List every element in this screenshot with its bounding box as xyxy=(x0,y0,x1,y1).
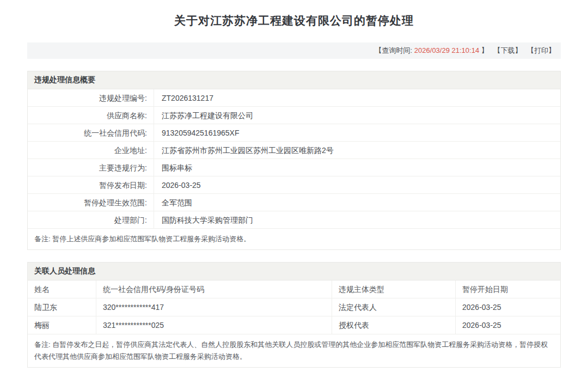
row-label: 处理部门: xyxy=(28,211,154,228)
row-value: 9132059425161965XF xyxy=(154,124,239,142)
row-label: 供应商名称: xyxy=(28,107,154,124)
table-row: 梅丽 321************025 授权代表 2026-03-25 xyxy=(28,316,560,334)
table-row: 暂停发布日期: 2026-03-25 xyxy=(28,176,560,194)
table-row: 企业地址: 江苏省苏州市苏州工业园区苏州工业园区唯新路2号 xyxy=(28,142,560,159)
query-time-label: 【查询时间: xyxy=(375,46,414,54)
cell-date: 2026-03-25 xyxy=(456,298,560,316)
cell-date: 2026-03-25 xyxy=(456,316,560,334)
page-container: 关于对江苏苏净工程建设有限公司的暂停处理 【查询时间: 2026/03/29 2… xyxy=(27,0,561,372)
table-row: 供应商名称: 江苏苏净工程建设有限公司 xyxy=(28,107,560,124)
row-value: ZT2026131217 xyxy=(154,89,213,107)
summary-note: 备注: 暂停上述供应商参加相应范围军队物资工程服务采购活动资格。 xyxy=(28,229,560,249)
table-row: 统一社会信用代码: 9132059425161965XF xyxy=(28,124,560,142)
row-value: 2026-03-25 xyxy=(154,176,201,194)
cell-code: 321************025 xyxy=(96,316,332,334)
table-row: 主要违规行为: 围标串标 xyxy=(28,159,560,176)
column-header-code: 统一社会信用代码/身份证号码 xyxy=(96,280,332,298)
toolbar: 【查询时间: 2026/03/29 21:10:14 】 【下载】 【打印】 xyxy=(27,42,561,59)
page-title: 关于对江苏苏净工程建设有限公司的暂停处理 xyxy=(27,0,561,28)
query-time-value: 2026/03/29 21:10:14 xyxy=(414,46,479,54)
table-row: 违规处理编号: ZT2026131217 xyxy=(28,89,560,107)
row-value: 国防科技大学采购管理部门 xyxy=(154,211,253,229)
column-header-name: 姓名 xyxy=(28,280,96,298)
query-time-close: 】 xyxy=(479,46,488,54)
table-row: 处理部门: 国防科技大学采购管理部门 xyxy=(28,211,560,229)
cell-code: 320************417 xyxy=(96,298,332,316)
table-row: 陆卫东 320************417 法定代表人 2026-03-25 xyxy=(28,298,560,316)
cell-type: 授权代表 xyxy=(332,316,456,334)
row-value: 围标串标 xyxy=(154,159,192,176)
summary-section-header: 违规处理信息概要 xyxy=(28,71,560,89)
row-value: 江苏省苏州市苏州工业园区苏州工业园区唯新路2号 xyxy=(154,142,334,159)
row-label: 违规处理编号: xyxy=(28,89,154,106)
column-header-date: 暂停开始日期 xyxy=(456,280,560,298)
column-header-type: 违规主体类型 xyxy=(332,280,456,298)
row-label: 暂停发布日期: xyxy=(28,176,154,193)
row-label: 主要违规行为: xyxy=(28,159,154,176)
row-label: 暂停处理生效范围: xyxy=(28,194,154,211)
row-value: 江苏苏净工程建设有限公司 xyxy=(154,107,253,124)
download-button[interactable]: 【下载】 xyxy=(493,46,522,54)
personnel-header-row: 姓名 统一社会信用代码/身份证号码 违规主体类型 暂停开始日期 xyxy=(28,280,560,298)
row-value: 全军范围 xyxy=(154,194,192,211)
print-button[interactable]: 【打印】 xyxy=(527,46,555,54)
row-label: 统一社会信用代码: xyxy=(28,124,154,141)
summary-section: 违规处理信息概要 违规处理编号: ZT2026131217 供应商名称: 江苏苏… xyxy=(27,71,561,250)
personnel-section-header: 关联人员处理信息 xyxy=(28,263,560,280)
table-row: 暂停处理生效范围: 全军范围 xyxy=(28,194,560,211)
cell-name: 陆卫东 xyxy=(28,298,96,316)
personnel-note: 备注: 自暂停发布之日起，暂停供应商其法定代表人、自然人控股股东和其他关联人员控… xyxy=(28,334,560,367)
row-label: 企业地址: xyxy=(28,142,154,158)
cell-name: 梅丽 xyxy=(28,316,96,334)
personnel-section: 关联人员处理信息 姓名 统一社会信用代码/身份证号码 违规主体类型 暂停开始日期… xyxy=(27,262,561,368)
cell-type: 法定代表人 xyxy=(332,298,456,316)
